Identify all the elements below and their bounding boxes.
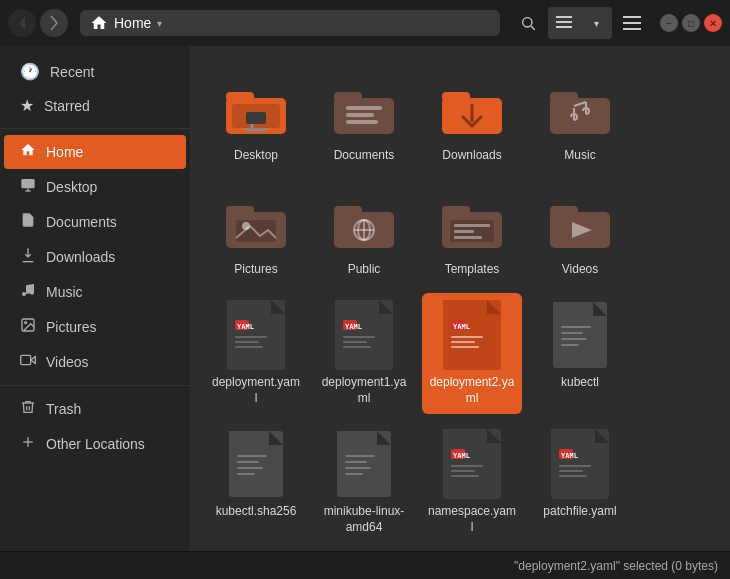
svg-rect-4 — [556, 26, 572, 28]
sidebar-label-desktop: Desktop — [46, 179, 97, 195]
file-item-videos[interactable]: Videos — [530, 180, 630, 286]
svg-rect-87 — [229, 431, 269, 445]
sidebar-item-videos[interactable]: Videos — [4, 345, 186, 379]
close-button[interactable]: ✕ — [704, 14, 722, 32]
file-name-public: Public — [348, 262, 381, 278]
location-label: Home — [114, 15, 151, 31]
svg-rect-112 — [559, 465, 591, 467]
svg-rect-48 — [454, 224, 490, 227]
svg-rect-22 — [246, 112, 266, 124]
sidebar-item-home[interactable]: Home — [4, 135, 186, 169]
svg-rect-77 — [451, 346, 479, 348]
svg-text:YAML: YAML — [237, 323, 254, 331]
file-area: Desktop Documents — [190, 46, 730, 551]
other-locations-icon — [20, 434, 36, 453]
sidebar-item-recent[interactable]: 🕐 Recent — [4, 55, 186, 88]
documents-icon — [20, 212, 36, 232]
location-bar[interactable]: Home ▾ — [80, 10, 500, 36]
namespace-yaml-icon: YAML — [438, 430, 506, 498]
titlebar: Home ▾ ▾ − □ ✕ — [0, 0, 730, 46]
file-item-namespace-yaml[interactable]: YAML namespace.yaml — [422, 422, 522, 543]
file-item-music[interactable]: Music — [530, 66, 630, 172]
kubectl-sha256-icon — [222, 430, 290, 498]
sidebar-label-recent: Recent — [50, 64, 94, 80]
music-icon — [20, 282, 36, 302]
desktop-icon — [20, 177, 36, 197]
list-view-button[interactable] — [548, 7, 580, 39]
svg-marker-15 — [31, 357, 36, 364]
svg-rect-90 — [237, 467, 263, 469]
main-layout: 🕐 Recent ★ Starred Home Desktop Document… — [0, 46, 730, 551]
file-item-pictures[interactable]: Pictures — [206, 180, 306, 286]
maximize-button[interactable]: □ — [682, 14, 700, 32]
svg-rect-101 — [443, 429, 487, 443]
sidebar-label-other-locations: Other Locations — [46, 436, 145, 452]
svg-rect-76 — [451, 341, 475, 343]
file-item-patchfile-yaml[interactable]: YAML patchfile.yaml — [530, 422, 630, 543]
file-name-deployment1-yaml: deployment1.yaml — [319, 375, 409, 406]
file-item-deployment-yaml[interactable]: YAML deployment.yaml — [206, 293, 306, 414]
trash-icon — [20, 399, 36, 419]
window-controls: − □ ✕ — [660, 14, 722, 32]
file-item-deployment2-yaml[interactable]: YAML deployment2.yaml — [422, 293, 522, 414]
search-button[interactable] — [512, 7, 544, 39]
file-item-downloads[interactable]: Downloads — [422, 66, 522, 172]
file-item-templates[interactable]: Templates — [422, 180, 522, 286]
svg-rect-60 — [235, 341, 259, 343]
svg-rect-29 — [346, 120, 378, 124]
svg-rect-68 — [343, 341, 367, 343]
file-item-documents[interactable]: Documents — [314, 66, 414, 172]
forward-button[interactable] — [40, 9, 68, 37]
videos-folder-icon — [546, 188, 614, 256]
sidebar-item-desktop[interactable]: Desktop — [4, 170, 186, 204]
svg-rect-81 — [561, 326, 591, 328]
sidebar-item-documents[interactable]: Documents — [4, 205, 186, 239]
file-item-minikube[interactable]: minikube-linux-amd64 — [314, 422, 414, 543]
sidebar-label-videos: Videos — [46, 354, 89, 370]
sidebar-item-pictures[interactable]: Pictures — [4, 310, 186, 344]
file-item-kubectl[interactable]: kubectl — [530, 293, 630, 414]
file-item-public[interactable]: Public — [314, 180, 414, 286]
svg-rect-3 — [556, 21, 572, 23]
view-toggle-dropdown[interactable]: ▾ — [580, 7, 612, 39]
file-name-templates: Templates — [445, 262, 500, 278]
svg-rect-94 — [337, 431, 377, 445]
public-folder-icon — [330, 188, 398, 256]
svg-rect-27 — [346, 106, 382, 110]
file-item-desktop[interactable]: Desktop — [206, 66, 306, 172]
svg-rect-91 — [237, 473, 255, 475]
titlebar-actions: ▾ — [512, 7, 648, 39]
file-name-minikube: minikube-linux-amd64 — [319, 504, 409, 535]
hamburger-menu-button[interactable] — [616, 7, 648, 39]
sidebar-label-downloads: Downloads — [46, 249, 115, 265]
minimize-button[interactable]: − — [660, 14, 678, 32]
recent-icon: 🕐 — [20, 62, 40, 81]
file-item-deployment1-yaml[interactable]: YAML deployment1.yaml — [314, 293, 414, 414]
svg-rect-98 — [345, 473, 363, 475]
templates-folder-icon — [438, 188, 506, 256]
file-item-kubectl-sha256[interactable]: kubectl.sha256 — [206, 422, 306, 543]
view-toggle-group: ▾ — [548, 7, 612, 39]
svg-rect-64 — [335, 300, 379, 314]
file-name-deployment2-yaml: deployment2.yaml — [427, 375, 517, 406]
file-name-music: Music — [564, 148, 595, 164]
downloads-icon — [20, 247, 36, 267]
sidebar-divider-1 — [0, 128, 190, 129]
svg-rect-61 — [235, 346, 263, 348]
sidebar-item-trash[interactable]: Trash — [4, 392, 186, 426]
svg-rect-16 — [21, 355, 31, 364]
home-icon — [90, 14, 108, 32]
svg-rect-89 — [237, 461, 259, 463]
sidebar-divider-2 — [0, 385, 190, 386]
sidebar-item-starred[interactable]: ★ Starred — [4, 89, 186, 122]
svg-point-11 — [22, 292, 26, 296]
sidebar-item-other-locations[interactable]: Other Locations — [4, 427, 186, 460]
svg-rect-67 — [343, 336, 375, 338]
file-name-documents: Documents — [334, 148, 395, 164]
sidebar-item-downloads[interactable]: Downloads — [4, 240, 186, 274]
sidebar-item-music[interactable]: Music — [4, 275, 186, 309]
back-button[interactable] — [8, 9, 36, 37]
kubectl-icon — [546, 301, 614, 369]
svg-rect-114 — [559, 475, 587, 477]
svg-rect-83 — [561, 338, 587, 340]
